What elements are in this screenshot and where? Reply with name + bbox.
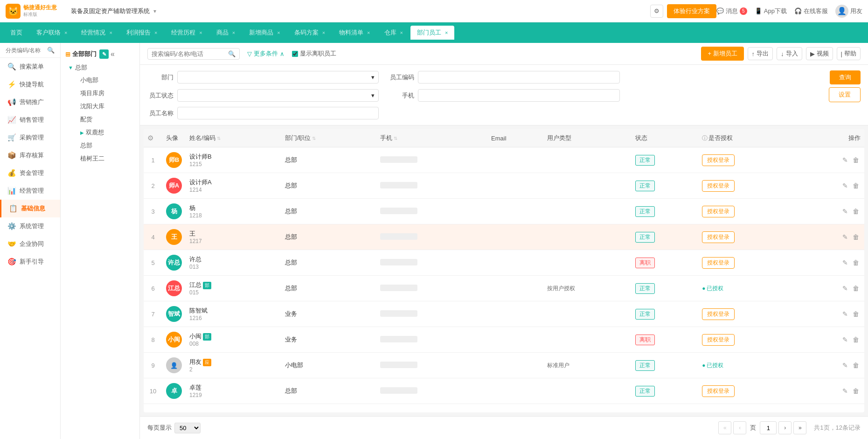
edit-button[interactable]: ✎ (842, 362, 848, 369)
edit-button[interactable]: ✎ (842, 285, 848, 292)
sidebar-item-management[interactable]: 📊 经营管理 (0, 182, 60, 200)
dropdown-arrow-icon[interactable]: ▾ (153, 8, 156, 14)
dept-item-zhishu[interactable]: 植树王二 (76, 152, 139, 165)
sidebar-item-guide[interactable]: 🎯 新手引导 (0, 253, 60, 271)
settings-button[interactable]: ⚙ (650, 5, 663, 18)
authorize-button[interactable]: 授权登录 (702, 231, 735, 243)
close-icon[interactable]: × (400, 30, 403, 35)
emp-name-input[interactable] (177, 107, 379, 119)
tab-add-goods[interactable]: 新增商品× (243, 26, 286, 40)
sidebar-item-system[interactable]: ⚙️ 系统管理 (0, 217, 60, 235)
dept-item-headquarters[interactable]: ▼ 总部 (68, 62, 139, 74)
close-icon[interactable]: × (109, 30, 112, 35)
delete-button[interactable]: 🗑 (853, 362, 859, 369)
show-resigned-label[interactable]: 显示离职员工 (292, 49, 336, 58)
prev-page-button[interactable]: ‹ (733, 421, 746, 434)
dept-item-small-elec[interactable]: 小电部 (76, 74, 139, 87)
video-button[interactable]: ▶ 视频 (806, 47, 833, 60)
sidebar-item-purchase[interactable]: 🛒 采购管理 (0, 129, 60, 146)
reset-button[interactable]: 设置 (829, 87, 861, 102)
close-icon[interactable]: × (232, 30, 235, 35)
dept-item-project[interactable]: 项目库房 (76, 87, 139, 100)
online-service-button[interactable]: 🎧 在线客服 (794, 7, 828, 15)
delete-button[interactable]: 🗑 (853, 310, 859, 318)
tab-warehouse[interactable]: 仓库× (378, 26, 410, 40)
page-number-input[interactable] (760, 421, 777, 434)
trial-button[interactable]: 体验行业方案 (667, 4, 716, 18)
close-icon[interactable]: × (199, 30, 202, 35)
sidebar-item-sales[interactable]: 📈 销售管理 (0, 111, 60, 129)
authorize-button[interactable]: 授权登录 (702, 257, 735, 269)
edit-button[interactable]: ✎ (842, 387, 848, 395)
edit-button[interactable]: ✎ (842, 208, 848, 215)
show-resigned-checkbox[interactable] (292, 51, 298, 57)
emp-code-input[interactable] (418, 71, 619, 84)
per-page-select[interactable]: 50 100 200 (174, 423, 201, 433)
sidebar-item-shortcuts[interactable]: ⚡ 快捷导航 (0, 76, 60, 93)
dept-item-hq[interactable]: 总部 (76, 139, 139, 152)
export-button[interactable]: ↑ 导出 (748, 47, 773, 60)
delete-button[interactable]: 🗑 (853, 387, 859, 395)
authorize-button[interactable]: 授权登录 (702, 334, 735, 346)
authorize-button[interactable]: 授权登录 (702, 308, 735, 320)
more-filters-button[interactable]: ▽ 更多条件 ∧ (243, 48, 288, 60)
edit-button[interactable]: ✎ (842, 233, 848, 241)
delete-button[interactable]: 🗑 (853, 156, 859, 164)
search-button[interactable]: 查询 (830, 70, 861, 84)
import-button[interactable]: ↓ 导入 (777, 47, 802, 60)
close-icon[interactable]: × (322, 30, 325, 35)
close-icon[interactable]: × (154, 30, 157, 35)
close-icon[interactable]: × (277, 30, 280, 35)
tab-home[interactable]: 首页 (4, 26, 29, 40)
delete-button[interactable]: 🗑 (853, 336, 859, 343)
edit-button[interactable]: ✎ (842, 156, 848, 164)
close-icon[interactable]: × (445, 30, 448, 35)
close-icon[interactable]: × (64, 30, 67, 35)
edit-button[interactable]: ✎ (842, 310, 848, 318)
sidebar-item-inventory[interactable]: 📦 库存核算 (0, 146, 60, 164)
sidebar-item-collab[interactable]: 🤝 企业协同 (0, 235, 60, 253)
last-page-button[interactable]: » (793, 421, 806, 434)
search-input[interactable] (152, 50, 226, 57)
delete-button[interactable]: 🗑 (853, 233, 859, 241)
phone-filter-input[interactable] (418, 89, 619, 102)
dept-item-distribution[interactable]: 配货 (76, 113, 139, 126)
user-menu[interactable]: 👤 用友 (835, 5, 862, 18)
next-page-button[interactable]: › (778, 421, 792, 434)
tab-bom[interactable]: 物料清单× (333, 26, 376, 40)
emp-status-select[interactable]: ▾ (177, 89, 379, 102)
collapse-dept-button[interactable]: « (111, 50, 115, 58)
sidebar-search-input[interactable] (6, 47, 44, 54)
authorize-button[interactable]: 授权登录 (702, 206, 735, 217)
sidebar-item-search[interactable]: 🔍 搜索菜单 (0, 58, 60, 76)
sidebar-item-marketing[interactable]: 📢 营销推广 (0, 93, 60, 111)
tab-goods[interactable]: 商品× (210, 26, 242, 40)
tab-history[interactable]: 经营历程× (165, 26, 208, 40)
delete-button[interactable]: 🗑 (853, 259, 859, 266)
delete-button[interactable]: 🗑 (853, 285, 859, 292)
app-download-button[interactable]: 📱 App下载 (755, 7, 787, 15)
sidebar-item-finance[interactable]: 💰 资金管理 (0, 164, 60, 182)
edit-button[interactable]: ✎ (842, 259, 848, 266)
close-icon[interactable]: × (367, 30, 370, 35)
authorize-button[interactable]: 授权登录 (702, 180, 735, 192)
tab-operation[interactable]: 经营情况× (75, 26, 118, 40)
first-page-button[interactable]: « (718, 421, 731, 434)
edit-dept-button[interactable]: ✎ (99, 49, 109, 59)
gear-icon[interactable]: ⚙ (147, 134, 153, 142)
add-employee-button[interactable]: + 新增员工 (701, 47, 743, 61)
dept-item-shuanglu[interactable]: ▶双鹿想 (76, 126, 139, 139)
dept-tree-header[interactable]: ⊞ 全部部门 ✎ « (61, 47, 139, 62)
sidebar-item-basic-info[interactable]: 📋 基础信息 (0, 200, 60, 217)
tab-employees[interactable]: 部门员工× (410, 26, 454, 40)
dept-filter-select[interactable]: ▾ (177, 71, 379, 84)
dept-item-shenyang[interactable]: 沈阳大库 (76, 100, 139, 113)
tab-barcode[interactable]: 条码方案× (288, 26, 332, 40)
edit-button[interactable]: ✎ (842, 336, 848, 343)
delete-button[interactable]: 🗑 (853, 182, 859, 189)
tab-customer[interactable]: 客户联络× (30, 26, 74, 40)
help-button[interactable]: | 帮助 (837, 47, 861, 60)
edit-button[interactable]: ✎ (842, 182, 848, 189)
message-button[interactable]: 💬 消息 5 (716, 7, 747, 15)
authorize-button[interactable]: 授权登录 (702, 385, 735, 397)
